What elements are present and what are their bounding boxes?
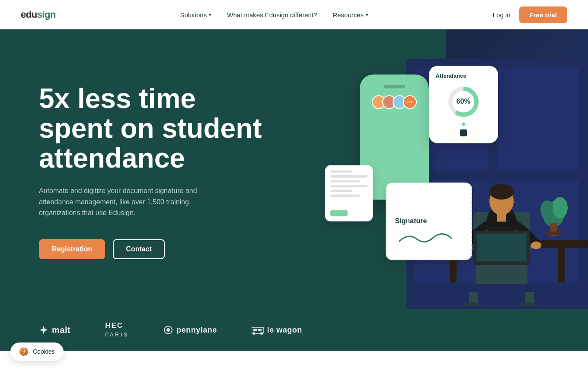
doc-line-2 <box>330 175 368 178</box>
attendance-card: Attendance 60% <box>429 66 498 143</box>
contact-button[interactable]: Contact <box>113 239 165 259</box>
nav-right: Log in Free trial <box>493 6 567 23</box>
registration-button[interactable]: Registration <box>39 239 105 259</box>
document-card <box>325 165 373 221</box>
doc-line-5 <box>330 190 353 192</box>
doc-line-6 <box>330 195 360 197</box>
doc-line-4 <box>330 185 368 187</box>
svg-rect-12 <box>558 248 565 282</box>
logos-band: malt HECPARIS pennylane le wagon <box>0 309 588 351</box>
attendance-dot <box>462 122 465 126</box>
logo-hec: HECPARIS <box>105 321 129 339</box>
benefits-section: The benefits of Edusign <box>0 351 588 371</box>
svg-rect-18 <box>521 303 538 306</box>
svg-point-32 <box>166 328 170 332</box>
nav-solutions[interactable]: Solutions ▾ <box>180 11 212 19</box>
ui-cards-container: +12 Attendance 60% <box>325 61 511 269</box>
signature-graphic <box>395 230 463 251</box>
navbar: edusign Solutions ▾ What makes Edusign d… <box>0 0 588 29</box>
hero-subtitle: Automate and digitize your document sign… <box>39 185 220 219</box>
svg-point-7 <box>540 200 553 219</box>
free-trial-button[interactable]: Free trial <box>519 6 567 23</box>
cookie-label: Cookies <box>33 348 55 355</box>
hero-illustration: +12 Attendance 60% <box>329 29 588 309</box>
signature-card: Signature <box>386 182 472 260</box>
svg-point-22 <box>531 241 541 249</box>
hero-title-line3: attendance <box>39 143 185 174</box>
svg-rect-17 <box>465 303 482 306</box>
svg-point-35 <box>260 332 263 335</box>
doc-line-3 <box>330 180 360 182</box>
svg-point-6 <box>552 197 568 219</box>
donut-container: 60% <box>446 84 481 119</box>
pennylane-icon <box>163 325 173 335</box>
doc-line-1 <box>330 170 353 172</box>
logo[interactable]: edusign <box>21 9 56 20</box>
avatars-group: +12 <box>372 95 417 109</box>
logo-lewagon: le wagon <box>252 325 302 335</box>
nav-difference[interactable]: What makes Edusign different? <box>227 11 317 19</box>
cookie-bar[interactable]: 🍪 Cookies <box>10 342 64 361</box>
hero-buttons: Registration Contact <box>39 239 329 259</box>
logo-pennylane: pennylane <box>163 325 217 335</box>
nav-links: Solutions ▾ What makes Edusign different… <box>180 11 369 19</box>
login-button[interactable]: Log in <box>493 11 511 19</box>
donut-label: 60% <box>457 98 470 105</box>
svg-rect-36 <box>253 329 257 331</box>
cookie-icon: 🍪 <box>19 347 29 356</box>
avatar-plus: +12 <box>403 95 417 109</box>
logo-malt: malt <box>39 325 70 335</box>
attendance-title: Attendance <box>436 73 491 79</box>
chevron-down-icon: ▾ <box>366 12 368 18</box>
nav-resources[interactable]: Resources ▾ <box>332 11 368 19</box>
hero-title-line1: 5x less time <box>39 83 196 114</box>
chevron-down-icon: ▾ <box>209 12 211 18</box>
malt-icon <box>39 325 48 335</box>
hero-title: 5x less time spent on student attendance <box>39 84 329 173</box>
signature-label: Signature <box>395 217 463 225</box>
svg-rect-37 <box>258 329 262 331</box>
hero-content-left: 5x less time spent on student attendance… <box>0 29 329 309</box>
phone-notch <box>383 85 405 88</box>
hero-section: 5x less time spent on student attendance… <box>0 29 588 309</box>
svg-rect-9 <box>545 231 562 235</box>
hero-title-line2: spent on student <box>39 113 262 144</box>
svg-point-34 <box>252 332 255 335</box>
lewagon-icon <box>252 325 264 335</box>
